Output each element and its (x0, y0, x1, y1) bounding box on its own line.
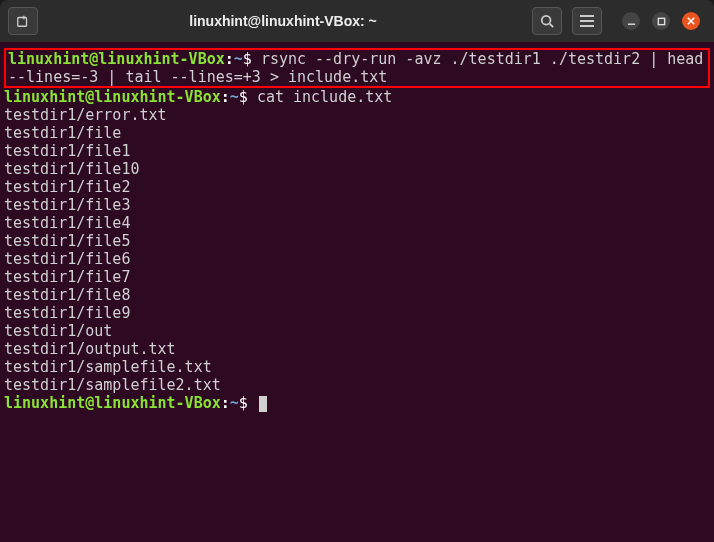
maximize-button[interactable] (652, 12, 670, 30)
output-line: testdir1/file8 (4, 286, 710, 304)
menu-button[interactable] (572, 7, 602, 35)
output-line: testdir1/file5 (4, 232, 710, 250)
maximize-icon (657, 17, 666, 26)
svg-rect-6 (658, 18, 664, 24)
command-2: cat include.txt (257, 88, 392, 106)
output-line: testdir1/error.txt (4, 106, 710, 124)
window-controls (622, 12, 700, 30)
output-line: testdir1/file9 (4, 304, 710, 322)
output-line: testdir1/file1 (4, 142, 710, 160)
prompt-colon: : (221, 88, 230, 106)
output-line: testdir1/out (4, 322, 710, 340)
prompt-colon: : (225, 50, 234, 68)
output-line: testdir1/samplefile.txt (4, 358, 710, 376)
svg-line-4 (550, 24, 554, 28)
output-line: testdir1/file (4, 124, 710, 142)
highlighted-command: linuxhint@linuxhint-VBox:~$ rsync --dry-… (4, 48, 710, 88)
output-line: testdir1/file10 (4, 160, 710, 178)
output-line: testdir1/file3 (4, 196, 710, 214)
terminal-body[interactable]: linuxhint@linuxhint-VBox:~$ rsync --dry-… (0, 42, 714, 542)
prompt-host: linuxhint-VBox (98, 50, 224, 68)
prompt-path: ~ (230, 88, 239, 106)
output-line: testdir1/file7 (4, 268, 710, 286)
output-line: testdir1/file6 (4, 250, 710, 268)
svg-point-3 (542, 16, 551, 25)
output-line: testdir1/output.txt (4, 340, 710, 358)
minimize-icon (627, 17, 636, 26)
prompt-dollar: $ (239, 88, 257, 106)
close-button[interactable] (682, 12, 700, 30)
new-tab-icon (16, 14, 30, 28)
prompt-dollar: $ (243, 50, 261, 68)
prompt-dollar: $ (239, 394, 257, 412)
window-title: linuxhint@linuxhint-VBox: ~ (44, 13, 522, 29)
prompt-path: ~ (234, 50, 243, 68)
prompt-user: linuxhint@ (8, 50, 98, 68)
svg-rect-0 (18, 18, 27, 27)
titlebar: linuxhint@linuxhint-VBox: ~ (0, 0, 714, 42)
prompt-user: linuxhint@ (4, 394, 94, 412)
search-button[interactable] (532, 7, 562, 35)
hamburger-icon (580, 15, 594, 17)
output-lines: testdir1/error.txttestdir1/filetestdir1/… (4, 106, 710, 394)
cursor (259, 396, 267, 412)
output-line: testdir1/file2 (4, 178, 710, 196)
prompt-user: linuxhint@ (4, 88, 94, 106)
prompt-path: ~ (230, 394, 239, 412)
minimize-button[interactable] (622, 12, 640, 30)
output-line: testdir1/file4 (4, 214, 710, 232)
search-icon (540, 14, 554, 28)
prompt-host: linuxhint-VBox (94, 394, 220, 412)
new-tab-button[interactable] (8, 7, 38, 35)
output-line: testdir1/samplefile2.txt (4, 376, 710, 394)
close-icon (687, 17, 695, 25)
prompt-host: linuxhint-VBox (94, 88, 220, 106)
prompt-colon: : (221, 394, 230, 412)
